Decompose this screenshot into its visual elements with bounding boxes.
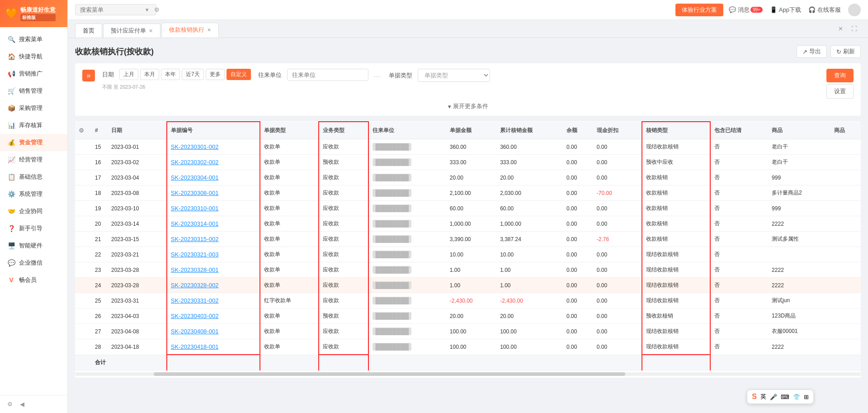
bill-no-link[interactable]: SK-20230418-001 bbox=[171, 343, 219, 350]
sidebar-item-enterprise[interactable]: 🤝 企业协同 bbox=[0, 203, 67, 220]
bill-no-link[interactable]: SK-20230408-001 bbox=[171, 328, 219, 335]
sidebar-item-guide[interactable]: ❓ 新手引导 bbox=[0, 220, 67, 237]
bill-no-link[interactable]: SK-20230328-002 bbox=[171, 282, 219, 289]
cell-goods2 bbox=[830, 185, 861, 201]
ime-bar: S 英 🎤 ⌨ 👕 ⊞ bbox=[747, 389, 814, 404]
sidebar-item-hardware[interactable]: 🖥️ 智能硬件 bbox=[0, 237, 67, 254]
sidebar-item-search[interactable]: 🔍 搜索菜单 bbox=[0, 31, 67, 48]
user-avatar[interactable] bbox=[848, 4, 861, 16]
tab-expand-icon[interactable]: ⛶ bbox=[848, 25, 861, 32]
cell-cum-amount: 360.00 bbox=[496, 139, 563, 155]
message-action[interactable]: 💬 消息 99+ bbox=[729, 6, 763, 14]
ime-keyboard-icon[interactable]: ⌨ bbox=[781, 394, 789, 400]
tab-close-all-icon[interactable]: ✕ bbox=[835, 25, 847, 32]
bill-no-link[interactable]: SK-20230403-002 bbox=[171, 313, 219, 319]
bill-no-link[interactable]: SK-20230310-001 bbox=[171, 205, 219, 212]
sidebar-item-label: 畅会员 bbox=[19, 276, 37, 284]
cell-bill-amount: 20.00 bbox=[446, 170, 496, 185]
ime-shirt-icon[interactable]: 👕 bbox=[793, 394, 800, 400]
export-label: 导出 bbox=[809, 47, 821, 56]
total-goods2-cell bbox=[830, 355, 861, 370]
sidebar-item-finance[interactable]: 💰 资金管理 bbox=[0, 134, 67, 151]
expand-conditions-btn[interactable]: ▾ 展开更多条件 bbox=[448, 102, 488, 110]
custom-date-btn[interactable]: 自定义 bbox=[226, 69, 251, 80]
bill-no-link[interactable]: SK-20230328-001 bbox=[171, 266, 219, 273]
table-scrollbar[interactable] bbox=[75, 372, 861, 376]
sidebar-item-operations[interactable]: 📈 经营管理 bbox=[0, 151, 67, 168]
total-include-settled-cell bbox=[710, 355, 769, 370]
query-button[interactable]: 查询 bbox=[826, 69, 854, 82]
bill-no-link[interactable]: SK-20230308-001 bbox=[171, 190, 219, 196]
tab-home[interactable]: 首页 bbox=[75, 24, 102, 38]
tab-collect-exec-close[interactable]: ✕ bbox=[207, 27, 211, 33]
cell-include-settled: 否 bbox=[710, 201, 769, 216]
cell-cum-amount: 2,030.00 bbox=[496, 185, 563, 201]
sidebar-item-label: 销售管理 bbox=[19, 87, 42, 95]
th-cash-discount: 现金折扣 bbox=[593, 122, 642, 139]
topbar: ▾ ⚙ 体验行业方案 💬 消息 99+ 📱 App下载 🎧 在线客服 bbox=[68, 0, 868, 20]
sidebar-item-label: 企业协同 bbox=[19, 207, 42, 215]
sidebar-item-inventory[interactable]: 📊 库存核算 bbox=[0, 117, 67, 134]
sidebar-item-wechat[interactable]: 💬 企业微信 bbox=[0, 254, 67, 271]
bill-type-filter-select[interactable]: 单据类型 bbox=[418, 69, 490, 82]
cell-index: 17 bbox=[91, 170, 108, 185]
ime-mic-icon[interactable]: 🎤 bbox=[770, 394, 777, 400]
this-year-btn[interactable]: 本年 bbox=[161, 69, 180, 80]
last-7-days-btn[interactable]: 近7天 bbox=[182, 69, 204, 80]
this-month-btn[interactable]: 本月 bbox=[140, 69, 159, 80]
industry-solution-button[interactable]: 体验行业方案 bbox=[675, 4, 723, 16]
th-goods: 商品 bbox=[768, 122, 830, 139]
bill-no-link[interactable]: SK-20230302-002 bbox=[171, 159, 219, 166]
tab-prepay-close[interactable]: ✕ bbox=[149, 28, 153, 34]
bill-type-filter-section: 单据类型 单据类型 bbox=[389, 69, 490, 82]
partner-filter-input[interactable] bbox=[287, 69, 368, 81]
cell-index: 25 bbox=[91, 293, 108, 309]
bill-no-link[interactable]: SK-20230301-002 bbox=[171, 143, 219, 150]
bill-no-link[interactable]: SK-20230321-003 bbox=[171, 251, 219, 258]
tab-collect-exec[interactable]: 收款核销执行 ✕ bbox=[161, 23, 219, 38]
table-settings-icon[interactable]: ⚙ bbox=[79, 127, 84, 134]
refresh-button[interactable]: ↻ 刷新 bbox=[830, 45, 861, 58]
cell-bill-amount: 1.00 bbox=[446, 278, 496, 293]
filter-expand-left-btn[interactable]: » bbox=[82, 70, 95, 81]
app-download-action[interactable]: 📱 App下载 bbox=[770, 6, 801, 14]
topbar-gear-icon[interactable]: ⚙ bbox=[154, 6, 160, 13]
cell-bill-amount: 100.00 bbox=[446, 339, 496, 355]
cell-bill-type: 收款单 bbox=[260, 278, 319, 293]
sidebar-item-marketing[interactable]: 📢 营销推广 bbox=[0, 65, 67, 82]
cell-biz-type: 应收款 bbox=[319, 278, 368, 293]
cell-cum-amount: -2,430.00 bbox=[496, 293, 563, 309]
settings-icon[interactable]: ⚙ bbox=[7, 401, 13, 408]
sidebar-item-system[interactable]: ⚙️ 系统管理 bbox=[0, 185, 67, 203]
bill-no-link[interactable]: SK-20230331-002 bbox=[171, 297, 219, 304]
cell-partner: ████████ bbox=[368, 262, 446, 278]
cell-biz-type: 应收款 bbox=[319, 216, 368, 232]
settings-button[interactable]: 设置 bbox=[826, 84, 854, 99]
sidebar-item-sales[interactable]: 🛒 销售管理 bbox=[0, 82, 67, 100]
cell-cum-amount: 333.00 bbox=[496, 155, 563, 170]
collapse-icon[interactable]: ◀ bbox=[20, 401, 24, 408]
cell-goods2 bbox=[830, 262, 861, 278]
table-row: 20 2023-03-14 SK-20230314-001 收款单 应收款 ██… bbox=[75, 216, 861, 232]
sidebar-item-member[interactable]: V 畅会员 bbox=[0, 271, 67, 289]
export-button[interactable]: ↗ 导出 bbox=[797, 45, 827, 58]
cell-bill-no: SK-20230328-001 bbox=[167, 262, 260, 278]
bill-no-link[interactable]: SK-20230304-001 bbox=[171, 174, 219, 181]
sidebar-item-purchase[interactable]: 📦 采购管理 bbox=[0, 100, 67, 117]
tab-prepay[interactable]: 预计应应付单 ✕ bbox=[103, 24, 160, 38]
online-service-action[interactable]: 🎧 在线客服 bbox=[808, 6, 841, 14]
ime-grid-icon[interactable]: ⊞ bbox=[804, 394, 809, 400]
more-date-btn[interactable]: 更多 bbox=[206, 69, 225, 80]
cell-biz-type: 预收款 bbox=[319, 155, 368, 170]
topbar-search-input[interactable] bbox=[75, 4, 156, 15]
refresh-label: 刷新 bbox=[843, 47, 855, 56]
bill-no-link[interactable]: SK-20230314-001 bbox=[171, 220, 219, 227]
cell-biz-type: 应收款 bbox=[319, 293, 368, 309]
home-icon: 🏠 bbox=[7, 52, 15, 61]
cell-goods: 测试多属性 bbox=[768, 232, 830, 247]
sidebar-item-basics[interactable]: 📋 基础信息 bbox=[0, 168, 67, 185]
sidebar-item-quicknav[interactable]: 🏠 快捷导航 bbox=[0, 48, 67, 65]
bill-no-link[interactable]: SK-20230315-002 bbox=[171, 236, 219, 242]
th-settings[interactable]: ⚙ bbox=[75, 122, 91, 139]
last-month-btn[interactable]: 上月 bbox=[119, 69, 138, 80]
